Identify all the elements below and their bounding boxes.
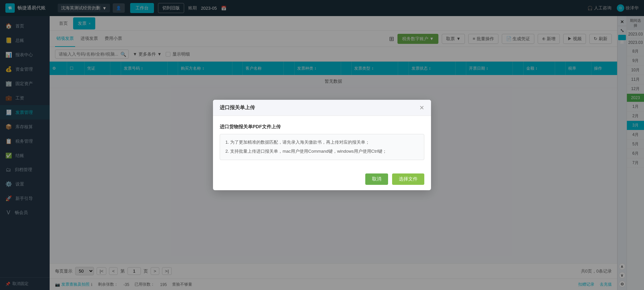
- dialog-overlay[interactable]: 进口报关单上传 ✕ 进口货物报关单PDF文件上传 1. 为了更加精准的数据匹配，…: [0, 0, 644, 290]
- dialog-info-item-1: 1. 为了更加精准的数据匹配，请先录入海关缴款书，再上传对应的报关单；: [225, 139, 419, 146]
- dialog-section-title: 进口货物报关单PDF文件上传: [220, 124, 424, 130]
- dialog-title: 进口报关单上传: [220, 104, 255, 111]
- dialog-close-button[interactable]: ✕: [419, 105, 424, 111]
- dialog-info-item-2: 2. 支持批量上传进口报关单，mac用户使用Command键，windows用户…: [225, 148, 419, 155]
- dialog-select-file-button[interactable]: 选择文件: [392, 173, 424, 185]
- dialog-header: 进口报关单上传 ✕: [213, 100, 431, 116]
- dialog-body: 进口货物报关单PDF文件上传 1. 为了更加精准的数据匹配，请先录入海关缴款书，…: [213, 116, 431, 168]
- import-customs-dialog: 进口报关单上传 ✕ 进口货物报关单PDF文件上传 1. 为了更加精准的数据匹配，…: [213, 100, 431, 190]
- dialog-info-box: 1. 为了更加精准的数据匹配，请先录入海关缴款书，再上传对应的报关单； 2. 支…: [220, 134, 424, 160]
- dialog-cancel-button[interactable]: 取消: [365, 173, 388, 185]
- dialog-footer: 取消 选择文件: [213, 168, 431, 190]
